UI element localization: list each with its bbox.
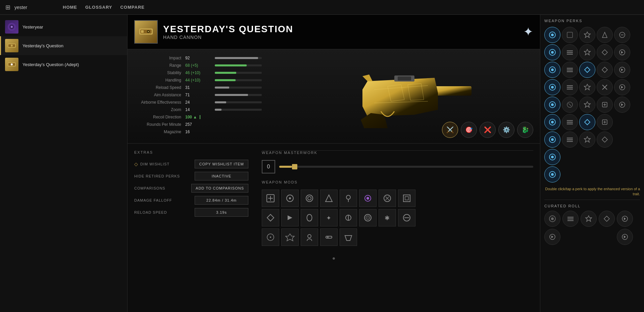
perk-r0-c3[interactable] [597, 27, 613, 43]
perk-row-7 [544, 149, 640, 165]
perk-r1-c1[interactable] [562, 44, 578, 60]
mod-2-3[interactable] [320, 228, 338, 246]
svg-point-25 [308, 197, 311, 200]
perk-r0-c2[interactable] [579, 27, 595, 43]
curated-c4[interactable] [617, 211, 633, 227]
nav-home[interactable]: HOME [63, 5, 77, 10]
perk-icon-4[interactable]: 🐉 [517, 122, 533, 138]
mods-grid-area: ✦ ✱ [262, 190, 533, 246]
perk-r6-c3[interactable] [597, 132, 613, 148]
copy-wishlist-button[interactable]: COPY WISHLIST ITEM [195, 160, 248, 168]
curated-empty-0 [562, 229, 579, 245]
curated-c2[interactable] [581, 211, 597, 227]
mod-1-2[interactable] [301, 209, 318, 226]
perk-r2-c3[interactable] [597, 62, 613, 78]
mod-1-6[interactable]: ✱ [379, 209, 396, 226]
perk-r5-c2[interactable] [579, 114, 595, 130]
perk-r3-c1[interactable] [562, 79, 578, 95]
curated-c1[interactable] [562, 211, 579, 227]
masterwork-slider[interactable] [279, 166, 533, 168]
stat-reload: Reload Speed 31 [134, 85, 262, 90]
perk-icon-2[interactable]: ❌ [480, 122, 496, 138]
curated-c9[interactable] [617, 229, 633, 245]
perk-icon-0[interactable]: ⚔️ [442, 122, 458, 138]
mod-1-3[interactable]: ✦ [320, 209, 338, 226]
curated-c5[interactable] [544, 229, 560, 245]
mod-0-2[interactable] [301, 190, 318, 207]
mod-1-0[interactable] [262, 209, 279, 226]
perk-r3-c2[interactable] [579, 79, 595, 95]
curated-c3[interactable] [599, 211, 615, 227]
sidebar-item-yqa[interactable]: Yesterday's Question (Adept) [0, 55, 127, 74]
perk-r3-c4[interactable] [614, 79, 630, 95]
perk-icon-1[interactable]: 🎯 [461, 122, 477, 138]
mod-1-1[interactable] [281, 209, 299, 226]
curated-c0[interactable] [544, 211, 560, 227]
add-to-comparisons-button[interactable]: ADD TO COMPARISONS [191, 184, 248, 193]
perk-r3-c3[interactable] [597, 79, 613, 95]
mod-0-6[interactable] [379, 190, 396, 207]
perk-r8-c0[interactable] [544, 166, 560, 183]
mod-2-4[interactable] [340, 228, 357, 246]
perk-r7-c0[interactable] [544, 149, 560, 165]
perk-r4-c3[interactable] [597, 97, 613, 113]
sidebar-label-yq: Yesterday's Question [22, 43, 63, 48]
svg-rect-87 [567, 123, 573, 124]
perk-r6-c1[interactable] [562, 132, 578, 148]
perk-r4-c1[interactable] [562, 97, 578, 113]
svg-rect-35 [405, 197, 408, 200]
filter-icon[interactable]: ⊞ [5, 4, 10, 11]
stat-bar-impact [215, 57, 262, 59]
perk-r5-c3[interactable] [597, 114, 613, 130]
perk-r1-c4[interactable] [614, 44, 630, 60]
nav-compare[interactable]: COMPARE [120, 5, 144, 10]
perk-r2-c2[interactable] [579, 62, 595, 78]
stat-magazine: Magazine 16 [134, 129, 262, 134]
sidebar-item-yq[interactable]: Yesterday's Question [0, 36, 127, 55]
perk-r3-c0[interactable] [544, 79, 560, 95]
masterwork-thumb[interactable] [292, 164, 297, 169]
nav-links: HOME GLOSSARY COMPARE [63, 5, 145, 10]
nav-glossary[interactable]: GLOSSARY [85, 5, 112, 10]
mod-2-2[interactable] [301, 228, 318, 246]
perk-icon-3[interactable]: ⚙️ [498, 122, 514, 138]
perk-r0-c1[interactable] [562, 27, 578, 43]
weapon-perks-title: WEAPON PERKS [544, 19, 640, 23]
mod-empty-2 [398, 228, 415, 246]
damage-falloff-value: 22.84m / 31.4m [195, 196, 248, 205]
mod-1-5[interactable] [359, 209, 377, 226]
perk-r4-c4[interactable] [614, 97, 630, 113]
perk-r2-c0[interactable] [544, 62, 560, 78]
mod-0-4[interactable] [340, 190, 357, 207]
stat-value-rpm: 257 [185, 122, 212, 127]
stat-label-aim: Aim Assistance [134, 93, 181, 97]
perk-r6-c0[interactable] [544, 132, 560, 148]
perk-r6-c2[interactable] [579, 132, 595, 148]
stat-bar-reload [215, 87, 262, 89]
mod-1-4[interactable] [340, 209, 357, 226]
inactive-button[interactable]: INACTIVE [195, 172, 248, 180]
mod-1-7[interactable] [398, 209, 415, 226]
mod-0-0[interactable] [262, 190, 279, 207]
mod-2-0[interactable] [262, 228, 279, 246]
mod-0-5[interactable] [359, 190, 377, 207]
perk-r0-c4[interactable] [614, 27, 630, 43]
mod-0-7[interactable] [398, 190, 415, 207]
search-input[interactable] [14, 5, 55, 10]
perk-r2-c1[interactable] [562, 62, 578, 78]
perk-r5-c0[interactable] [544, 114, 560, 130]
perk-r4-c0[interactable] [544, 97, 560, 113]
perk-r1-c2[interactable] [579, 44, 595, 60]
mod-0-1[interactable] [281, 190, 299, 207]
mod-0-3[interactable] [320, 190, 338, 207]
perk-r0-c0[interactable] [544, 27, 560, 43]
svg-rect-103 [567, 217, 574, 218]
perk-r5-c1[interactable] [562, 114, 578, 130]
perk-r1-c0[interactable] [544, 44, 560, 60]
mod-2-1[interactable] [281, 228, 299, 246]
perk-r2-c4[interactable] [614, 62, 630, 78]
sidebar-item-yesteryear[interactable]: Yesteryear [0, 17, 127, 36]
weapon-star-icon[interactable]: ✦ [523, 25, 533, 39]
perk-r1-c3[interactable] [597, 44, 613, 60]
perk-r4-c2[interactable] [579, 97, 595, 113]
